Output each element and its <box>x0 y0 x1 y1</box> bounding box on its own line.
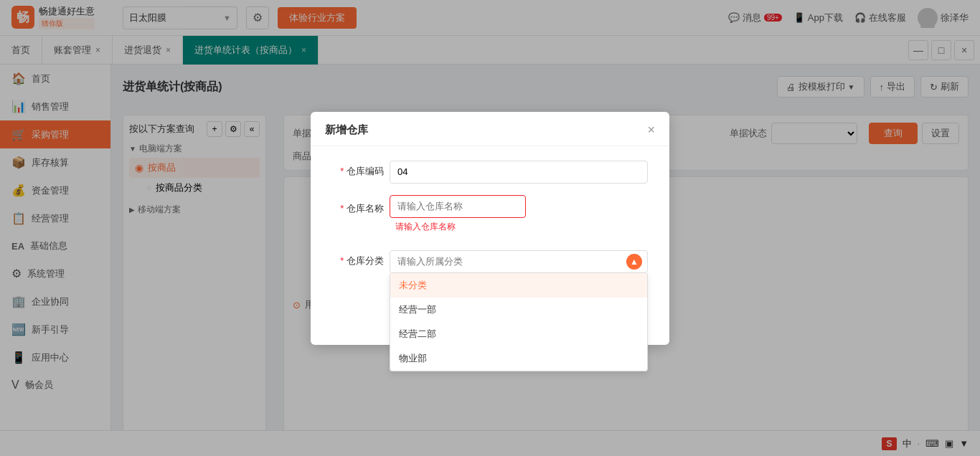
category-dropdown-menu: 未分类 经营一部 经营二部 物业部 <box>390 273 648 371</box>
form-row-code: 仓库编码 <box>332 161 648 184</box>
category-label: 仓库分类 <box>332 250 390 267</box>
form-row-name: 仓库名称 请输入仓库名称 <box>332 195 648 233</box>
dialog-close-button[interactable]: × <box>647 123 655 136</box>
dropdown-option-3[interactable]: 物业部 <box>390 346 647 371</box>
name-error-msg: 请输入仓库名称 <box>395 222 456 232</box>
name-input[interactable] <box>390 195 526 218</box>
category-dropdown-toggle[interactable]: ▲ <box>626 254 642 270</box>
dialog-title: 新增仓库 <box>325 123 368 137</box>
code-label: 仓库编码 <box>332 161 390 178</box>
form-row-category: 仓库分类 ▲ 未分类 经营一部 经营二部 物业部 <box>332 250 648 273</box>
category-dropdown-container: ▲ 未分类 经营一部 经营二部 物业部 <box>390 250 648 273</box>
dialog-overlay: 新增仓库 × 仓库编码 仓库名称 请输入仓库名称 仓库分类 <box>0 0 980 456</box>
code-input[interactable] <box>390 161 648 184</box>
dialog-body: 仓库编码 仓库名称 请输入仓库名称 仓库分类 ▲ <box>311 146 669 299</box>
dialog-header: 新增仓库 × <box>311 112 669 146</box>
name-label: 仓库名称 <box>332 198 390 215</box>
chevron-up-icon: ▲ <box>630 257 639 267</box>
dropdown-option-1[interactable]: 经营一部 <box>390 298 647 322</box>
category-input[interactable] <box>390 250 648 273</box>
dropdown-option-0[interactable]: 未分类 <box>390 273 647 298</box>
dropdown-option-2[interactable]: 经营二部 <box>390 322 647 346</box>
add-warehouse-dialog: 新增仓库 × 仓库编码 仓库名称 请输入仓库名称 仓库分类 <box>311 112 669 345</box>
form-row-name-inner: 仓库名称 <box>332 195 526 218</box>
